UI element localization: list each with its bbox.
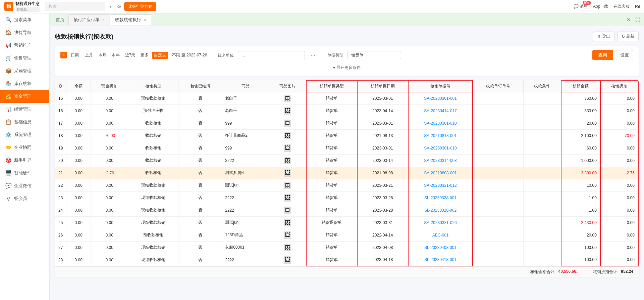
cell-voucher-date: 2023-03-14 <box>357 154 408 167</box>
voucher-no-link[interactable]: SA-20230301-001 <box>424 96 457 101</box>
cell-voucher-no[interactable]: SL-20230328-002 <box>408 204 473 216</box>
message-badge[interactable]: 💬 消息 99+ <box>574 4 588 9</box>
cell-voucher-no[interactable]: SL-20230418-001 <box>408 254 473 266</box>
cell-condition <box>523 204 561 216</box>
date-btn-more[interactable]: 更多 <box>139 52 151 59</box>
table-header: ⚙ 余额 现金折扣 核销类型 包含已结清 商品 商品图片 核销单据类型 核销单据… <box>55 80 638 92</box>
tab-prepay[interactable]: 预付冲应付单 × <box>68 14 109 25</box>
voucher-no-link[interactable]: ABC-001 <box>432 233 449 238</box>
cell-product-img: 🖼 <box>269 229 306 241</box>
voucher-no-link[interactable]: SA-20230314-008 <box>424 158 457 163</box>
cell-voucher-no[interactable]: SA-20230301-010 <box>408 142 473 154</box>
sidebar-item-member[interactable]: V 畅会员 <box>0 192 49 205</box>
tab-fullscreen-icon[interactable]: ⛶ <box>634 16 641 24</box>
cell-row-no: 20 <box>55 154 66 167</box>
cell-amount: 1.00 <box>561 191 600 204</box>
cell-voucher-no[interactable]: SL-20230328-001 <box>408 191 473 204</box>
cell-voucher-no[interactable]: ABC-001 <box>408 229 473 241</box>
cell-type: 现结收款核销 <box>128 191 178 204</box>
sidebar-item-search[interactable]: 🔍 搜索菜单 <box>0 13 49 26</box>
date-btn-last-month[interactable]: 上月 <box>83 52 95 59</box>
date-btn-7days[interactable]: 近7天 <box>123 52 138 59</box>
sidebar-item-finance[interactable]: 💰 资金管理 <box>0 90 49 103</box>
filter-collapse-icon[interactable]: » <box>60 52 67 58</box>
refresh-button[interactable]: ↻ 刷新 <box>617 32 639 41</box>
cell-condition <box>523 92 561 104</box>
cell-settled: 否 <box>178 154 222 167</box>
sidebar-label-operations: 经营管理 <box>14 106 32 112</box>
cell-voucher-no[interactable]: SA-20230301-001 <box>408 92 473 104</box>
date-btn-this-year[interactable]: 本年 <box>110 52 122 59</box>
cell-voucher-no[interactable]: SA-20210813-001 <box>408 129 473 142</box>
cell-balance: 0.00 <box>66 129 91 142</box>
product-image-thumbnail: 🖼 <box>284 182 291 189</box>
user-name[interactable]: Rit <box>635 4 640 9</box>
cell-voucher-no[interactable]: SA-20230321-012 <box>408 179 473 191</box>
voucher-no-link[interactable]: SA-20210813-001 <box>424 133 457 138</box>
cell-voucher-no[interactable]: SA-20230331-026 <box>408 216 473 229</box>
tab-writeoff-close-icon[interactable]: × <box>144 18 146 22</box>
solution-button[interactable]: 休验行业方案 <box>124 2 156 11</box>
sidebar-item-quicknav[interactable]: 🏠 快捷导航 <box>0 26 49 39</box>
voucher-no-link[interactable]: SA-20230414-017 <box>424 109 457 113</box>
app-download-link[interactable]: App下载 <box>593 4 608 9</box>
sidebar-item-marketing[interactable]: 📢 营销推广 <box>0 39 49 52</box>
sidebar-item-collab[interactable]: 🤝 企业协同 <box>0 141 49 154</box>
voucher-no-link[interactable]: SA-20210808-001 <box>424 171 457 175</box>
export-button[interactable]: ⬆ 导出 <box>593 32 614 41</box>
tab-close-window-icon[interactable]: ✕ <box>625 16 632 24</box>
voucher-no-link[interactable]: SA-20230321-012 <box>424 183 457 188</box>
voucher-no-link[interactable]: SA-20230331-026 <box>424 220 457 225</box>
date-btn-this-month[interactable]: 本月 <box>96 52 108 59</box>
cell-amount: 1,000.00 <box>561 154 600 167</box>
voucher-no-link[interactable]: SL-20230328-001 <box>424 196 457 200</box>
cell-voucher-no[interactable]: SA-20210808-001 <box>408 167 473 179</box>
dropdown-arrow-icon[interactable]: ▾ <box>109 4 111 9</box>
voucher-no-link[interactable]: SA-20230301-010 <box>424 121 457 126</box>
cell-voucher-no[interactable]: SA-20230314-008 <box>408 154 473 167</box>
cell-voucher-date: 2021-08-08 <box>357 167 408 179</box>
date-btn-custom[interactable]: 自定义 <box>152 52 168 59</box>
tab-prepay-close-icon[interactable]: × <box>102 18 104 22</box>
expand-button[interactable]: ▾ 展开更多条件 <box>333 65 361 71</box>
voucher-no-link[interactable]: SL-20230328-002 <box>424 208 457 213</box>
query-button[interactable]: 查询 <box>592 50 613 60</box>
sidebar-label-baseinfo: 基础信息 <box>14 119 32 125</box>
from-unit-input[interactable] <box>238 51 305 59</box>
cell-voucher-no[interactable]: SA-20230301-010 <box>408 117 473 129</box>
tab-home[interactable]: 首页 <box>52 15 68 25</box>
sidebar-item-system[interactable]: ⚙️ 系统管理 <box>0 128 49 141</box>
tab-writeoff[interactable]: 收款核销执行 × <box>110 14 151 25</box>
col-product-header: 商品 <box>222 80 269 92</box>
sidebar-item-wechat[interactable]: 💬 企业微信 <box>0 179 49 192</box>
sidebar-item-guide[interactable]: 🎯 新手引导 <box>0 154 49 167</box>
sidebar-item-inventory[interactable]: 🏪 库存核算 <box>0 77 49 90</box>
sidebar-item-operations[interactable]: 📊 经营管理 <box>0 103 49 116</box>
voucher-no-link[interactable]: SA-20230301-010 <box>424 146 457 151</box>
dots-icon[interactable]: ··· <box>309 52 317 59</box>
cell-product: 999 <box>222 142 269 154</box>
voucher-no-link[interactable]: SL-20230408-001 <box>424 245 457 250</box>
cell-condition <box>523 154 561 167</box>
cell-voucher-no[interactable]: SL-20230408-001 <box>408 241 473 254</box>
voucher-type-select-container: 销货单 <box>347 51 401 59</box>
sidebar-item-sales[interactable]: 🛒 销售管理 <box>0 52 49 65</box>
cell-voucher-type: 销货单 <box>306 229 357 241</box>
settings-icon[interactable]: ⚙ <box>117 3 121 10</box>
voucher-type-select[interactable]: 销货单 <box>347 51 401 59</box>
cell-product: 老白干 <box>222 92 269 104</box>
top-search[interactable]: 搜索 <box>45 2 105 11</box>
column-settings-icon[interactable]: ⚙ <box>58 83 63 89</box>
cell-voucher-type: 销货单 <box>306 204 357 216</box>
product-image-thumbnail: 🖼 <box>284 157 291 164</box>
cell-order-no <box>473 179 523 191</box>
setting-button[interactable]: 设置 <box>616 50 633 60</box>
online-service-link[interactable]: 在线客服 <box>613 4 630 9</box>
sidebar-label-inventory: 库存核算 <box>14 81 32 87</box>
sidebar-item-base-info[interactable]: 📋 基础信息 <box>0 116 49 128</box>
data-table: ⚙ 余额 现金折扣 核销类型 包含已结清 商品 商品图片 核销单据类型 核销单据… <box>55 80 639 266</box>
voucher-no-link[interactable]: SL-20230418-001 <box>424 257 457 262</box>
sidebar-item-hardware[interactable]: 🖥️ 智能硬件 <box>0 167 49 179</box>
cell-voucher-no[interactable]: SA-20230414-017 <box>408 104 473 117</box>
sidebar-item-purchase[interactable]: 📦 采购管理 <box>0 65 49 77</box>
